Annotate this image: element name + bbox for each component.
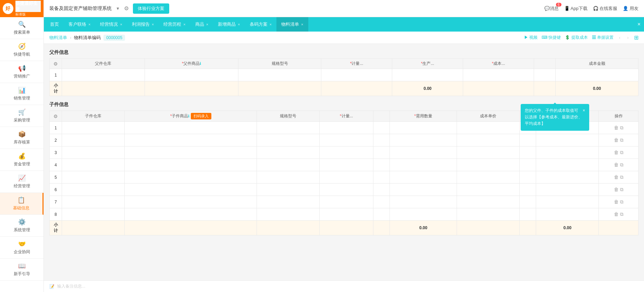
child-product-3[interactable] bbox=[125, 147, 257, 159]
sidebar-item-purchase[interactable]: 🛒采购管理 bbox=[0, 105, 44, 127]
child-unit-4[interactable] bbox=[320, 159, 373, 171]
child-spec-8[interactable] bbox=[257, 208, 320, 221]
child-product-7[interactable] bbox=[125, 196, 257, 208]
nav-tab-history[interactable]: 经营历程× bbox=[159, 17, 190, 32]
sidebar-item-search[interactable]: 🔍搜索菜单 bbox=[0, 17, 44, 39]
child-unit-cost-3[interactable] bbox=[457, 147, 520, 159]
parent-spec-1[interactable] bbox=[238, 69, 321, 81]
delete-icon-8[interactable]: 🗑 bbox=[614, 211, 619, 217]
delete-icon-6[interactable]: 🗑 bbox=[614, 187, 619, 192]
copy-icon-2[interactable]: ⧉ bbox=[620, 137, 623, 143]
parent-product-1[interactable] bbox=[145, 69, 238, 81]
sidebar-item-sales[interactable]: 📊销售管理 bbox=[0, 83, 44, 105]
parent-qty-1[interactable] bbox=[321, 69, 392, 81]
sidebar-item-finance[interactable]: 💰资金管理 bbox=[0, 149, 44, 171]
grid-view-icon[interactable]: ⊞ bbox=[634, 34, 639, 41]
delete-icon-4[interactable]: 🗑 bbox=[614, 162, 619, 168]
child-unit-cost-2[interactable] bbox=[457, 134, 520, 147]
sidebar-item-marketing[interactable]: 📢营销推广 bbox=[0, 61, 44, 83]
child-warehouse-1[interactable] bbox=[62, 122, 125, 134]
child-qty-6[interactable] bbox=[390, 184, 457, 196]
sidebar-item-quicknav[interactable]: 🧭快捷导航 bbox=[0, 39, 44, 61]
child-spec-7[interactable] bbox=[257, 196, 320, 208]
scan-btn[interactable]: 扫码录入 bbox=[191, 113, 211, 119]
parent-th-settings[interactable]: ⚙ bbox=[50, 59, 62, 69]
delete-icon-2[interactable]: 🗑 bbox=[614, 137, 619, 143]
settings-icon[interactable]: ⚙ bbox=[124, 5, 129, 12]
next-arrow[interactable]: › bbox=[626, 35, 630, 40]
child-product-6[interactable] bbox=[125, 184, 257, 196]
copy-icon-7[interactable]: ⧉ bbox=[620, 199, 623, 205]
child-unit-7[interactable] bbox=[320, 196, 373, 208]
copy-icon-6[interactable]: ⧉ bbox=[620, 187, 623, 192]
child-unit-cost-6[interactable] bbox=[457, 184, 520, 196]
child-unit-cost-5[interactable] bbox=[457, 171, 520, 184]
child-product-8[interactable] bbox=[125, 208, 257, 221]
child-spec-4[interactable] bbox=[257, 159, 320, 171]
child-product-2[interactable] bbox=[125, 134, 257, 147]
tab-close-add_product[interactable]: × bbox=[238, 22, 240, 26]
copy-icon-1[interactable]: ⧉ bbox=[620, 125, 623, 131]
tab-close-bom[interactable]: × bbox=[301, 22, 303, 26]
delete-icon-7[interactable]: 🗑 bbox=[614, 199, 619, 205]
child-unit-cost-8[interactable] bbox=[457, 208, 520, 221]
online-service-btn[interactable]: 🎧 在线客服 bbox=[593, 5, 618, 12]
child-unit-8[interactable] bbox=[320, 208, 373, 221]
child-th-settings[interactable]: ⚙ bbox=[50, 111, 62, 122]
child-spec-1[interactable] bbox=[257, 122, 320, 134]
child-unit-3[interactable] bbox=[320, 147, 373, 159]
sidebar-item-guide[interactable]: 📖新手引导 bbox=[0, 259, 44, 281]
child-unit-1[interactable] bbox=[320, 122, 373, 134]
note-hint[interactable]: 输入备注信息... bbox=[57, 283, 85, 289]
copy-icon-3[interactable]: ⧉ bbox=[620, 150, 623, 155]
delete-icon-1[interactable]: 🗑 bbox=[614, 125, 619, 131]
child-warehouse-5[interactable] bbox=[62, 171, 125, 184]
parent-produce-1[interactable] bbox=[392, 69, 463, 81]
child-qty-1[interactable] bbox=[390, 122, 457, 134]
trial-button[interactable]: 体验行业方案 bbox=[133, 3, 169, 14]
child-unit-2[interactable] bbox=[320, 134, 373, 147]
child-qty-8[interactable] bbox=[390, 208, 457, 221]
child-warehouse-6[interactable] bbox=[62, 184, 125, 196]
child-spec-5[interactable] bbox=[257, 171, 320, 184]
child-spec-6[interactable] bbox=[257, 184, 320, 196]
breadcrumb-parent[interactable]: 物料清单 bbox=[49, 35, 67, 41]
copy-icon-5[interactable]: ⧉ bbox=[620, 174, 623, 180]
video-btn[interactable]: ▶ 视频 bbox=[524, 35, 537, 40]
child-warehouse-7[interactable] bbox=[62, 196, 125, 208]
prev-arrow[interactable]: ‹ bbox=[618, 35, 622, 40]
child-qty-2[interactable] bbox=[390, 134, 457, 147]
child-qty-4[interactable] bbox=[390, 159, 457, 171]
copy-icon-4[interactable]: ⧉ bbox=[620, 162, 623, 168]
nav-tab-customers[interactable]: 客户联络× bbox=[64, 17, 95, 32]
child-spec-3[interactable] bbox=[257, 147, 320, 159]
child-qty-3[interactable] bbox=[390, 147, 457, 159]
user-menu[interactable]: 👤 用友 bbox=[623, 5, 639, 12]
sidebar-item-system[interactable]: ⚙️系统管理 bbox=[0, 215, 44, 237]
child-product-1[interactable] bbox=[125, 122, 257, 134]
child-warehouse-4[interactable] bbox=[62, 159, 125, 171]
child-warehouse-8[interactable] bbox=[62, 208, 125, 221]
nav-tab-home[interactable]: 首页 bbox=[45, 17, 64, 32]
delete-icon-3[interactable]: 🗑 bbox=[614, 150, 619, 155]
child-warehouse-3[interactable] bbox=[62, 147, 125, 159]
tab-close-barcode[interactable]: × bbox=[270, 22, 272, 26]
child-warehouse-2[interactable] bbox=[62, 134, 125, 147]
system-select-icon[interactable]: ▼ bbox=[116, 6, 120, 11]
tab-close-profit[interactable]: × bbox=[152, 22, 154, 26]
single-settings-btn[interactable]: ☰ 单据设置 bbox=[592, 35, 614, 40]
message-btn[interactable]: 💬 消息 6 bbox=[544, 5, 559, 12]
copy-icon-8[interactable]: ⧉ bbox=[620, 211, 623, 217]
child-product-5[interactable] bbox=[125, 171, 257, 184]
tab-close-operation_status[interactable]: × bbox=[120, 22, 122, 26]
child-unit-5[interactable] bbox=[320, 171, 373, 184]
nav-tab-bom[interactable]: 物料清单× bbox=[276, 17, 308, 32]
nav-tab-add_product[interactable]: 新增商品× bbox=[213, 17, 245, 32]
child-qty-5[interactable] bbox=[390, 171, 457, 184]
extract-cost-btn[interactable]: 💲 提取成本 bbox=[565, 35, 587, 40]
nav-tab-products[interactable]: 商品× bbox=[190, 17, 213, 32]
tooltip-close-btn[interactable]: × bbox=[583, 107, 585, 114]
child-qty-7[interactable] bbox=[390, 196, 457, 208]
nav-tab-operation_status[interactable]: 经营情况× bbox=[95, 17, 127, 32]
close-all-tabs-btn[interactable]: × bbox=[634, 21, 644, 27]
